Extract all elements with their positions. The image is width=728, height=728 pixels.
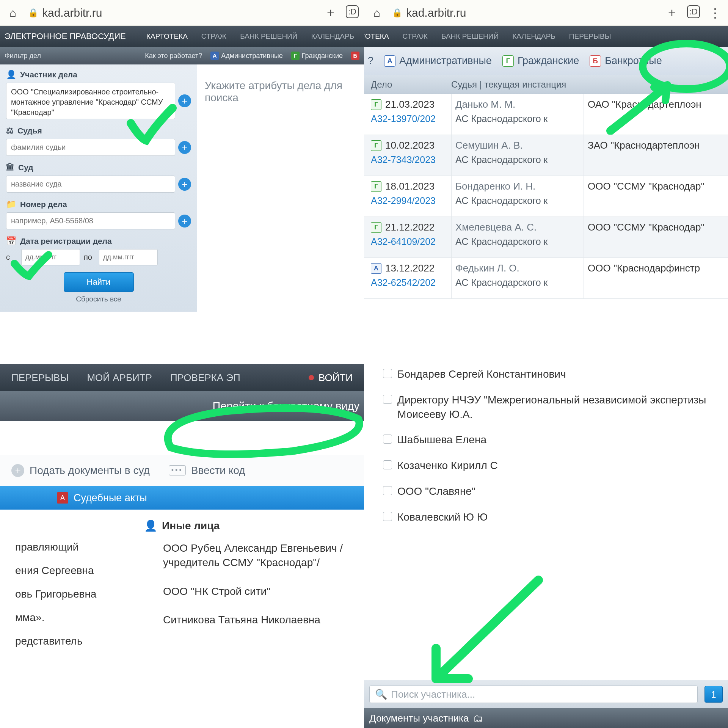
add-participant-button[interactable]: + [178,94,191,107]
home-icon[interactable]: ⌂ [369,5,384,20]
filter-sidebar: 👤Участник дела ООО "Специализированное с… [0,64,197,312]
tab-kartoteka[interactable]: ТОТЕКА [364,32,389,41]
participant-search-input[interactable]: 🔍Поиск участника... [369,686,698,703]
search-row: 🔍Поиск участника... 1 [364,680,728,708]
list-item[interactable]: ООО "НК Строй сити" [163,584,349,599]
table-row[interactable]: Г18.01.2023А32-2994/2023Бондаренко И. Н.… [364,176,728,217]
add-judge-button[interactable]: + [178,141,191,154]
tab-bank[interactable]: БАНК РЕШЕНИЙ [240,32,297,41]
tab-perer[interactable]: ПЕРЕРЫВЫ [11,372,69,384]
participant-docs-bar: Документы участника🗂 [364,708,728,728]
tab-check-ep[interactable]: ПРОВЕРКА ЭП [170,372,240,384]
tabs-icon[interactable]: :D [687,5,700,18]
participant-checkbox-item[interactable]: Ковалевский Ю Ю [383,510,724,524]
type-filter-bar: ? ААдминистративные ГГражданские ББанкро… [364,47,728,75]
filter-bankrupt[interactable]: ББанкротные [590,55,662,67]
table-row[interactable]: А13.12.2022А32-62542/202Федькин Л. О.АС … [364,258,728,299]
how-link[interactable]: ? [368,55,373,67]
table-row[interactable]: Г21.03.2023А32-13970/202Данько М. М.АС К… [364,94,728,135]
add-court-button[interactable]: + [178,178,191,191]
reset-link[interactable]: Сбросить все [6,295,191,303]
how-link[interactable]: Как это работает? [145,52,202,60]
participant-checkbox-item[interactable]: Директору НЧЭУ "Межрегиональный независи… [383,393,724,422]
others-heading: Иные лица [162,520,220,532]
checkbox-icon[interactable] [383,395,392,404]
login-button[interactable]: ВОЙТИ [309,372,353,384]
tab-strazh[interactable]: СТРАЖ [201,32,226,41]
filter-civil[interactable]: ГГражданские [502,55,579,67]
judge-input[interactable] [6,139,175,156]
list-item: овь Григорьевна [15,588,140,600]
court-icon: 🏛 [6,163,14,173]
checkbox-icon[interactable] [383,486,392,495]
checkbox-icon[interactable] [383,512,392,521]
cat-bank[interactable]: Б [351,52,359,60]
tab-bank[interactable]: БАНК РЕШЕНИЙ [441,32,499,41]
tab-perer[interactable]: ПЕРЕРЫВЫ [569,32,611,41]
bankruptcy-view-bar: Перейти к банкротному виду [0,391,364,421]
enter-code-button[interactable]: •••Ввести код [169,464,245,477]
lock-icon: 🔒 [28,8,38,18]
cat-admin[interactable]: ААдминистративные [210,52,283,60]
case-input[interactable] [6,212,175,229]
participants-list: Бондарев Сергей КонстантиновичДиректору … [364,364,728,524]
participant-checkbox-item[interactable]: Козаченко Кирилл С [383,458,724,473]
filter-label: Фильтр дел [5,52,41,60]
date-to-input[interactable] [99,249,158,265]
checkbox-icon[interactable] [383,435,392,444]
case-label: Номер дела [20,200,67,209]
participant-label: Участник дела [20,70,77,79]
annotation-arrow [406,573,550,694]
participant-checkbox-item[interactable]: Шабышева Елена [383,433,724,447]
filter-admin[interactable]: ААдминистративные [384,55,492,67]
tab-strazh[interactable]: СТРАЖ [403,32,428,41]
court-input[interactable] [6,176,175,193]
table-row[interactable]: Г21.12.2022А32-64109/202Хмелевцева А. С.… [364,217,728,258]
participant-checkbox-item[interactable]: ООО "Славяне" [383,484,724,499]
tab-calendar[interactable]: КАЛЕНДАРЬ [512,32,555,41]
plus-icon: + [11,464,24,477]
gavel-icon: ⚖ [6,126,14,136]
top-nav: ЭЛЕКТРОННОЕ ПРАВОСУДИЕ КАРТОТЕКА СТРАЖ Б… [0,26,364,47]
browser-chrome: ⌂ 🔒kad.arbitr.ru + :D [0,0,364,26]
date-from-input[interactable] [21,249,80,265]
new-tab-icon[interactable]: + [323,5,338,20]
add-case-button[interactable]: + [178,215,191,228]
cat-civil[interactable]: ГГражданские [291,52,343,60]
submit-docs-button[interactable]: +Подать документы в суд [11,464,150,477]
search-button[interactable]: Найти [64,272,134,292]
new-tab-icon[interactable]: + [664,5,679,20]
person-icon: 👤 [144,519,157,532]
address-bar[interactable]: 🔒kad.arbitr.ru [28,6,102,19]
list-item[interactable]: Ситникова Татьяна Николаевна [163,613,349,627]
court-label: Суд [18,163,33,172]
tab-calendar[interactable]: КАЛЕНДАРЬ [311,32,354,41]
browser-chrome: ⌂ 🔒kad.arbitr.ru + :D ⋮ [364,0,728,26]
menu-icon[interactable]: ⋮ [708,5,723,20]
participant-input[interactable]: ООО "Специализированное строительно-монт… [6,83,175,119]
judge-label: Судья [17,126,42,135]
tab-acts[interactable]: Судебные акты [74,492,147,504]
docs-tabs: A Судебные акты [0,486,364,510]
folder-icon: 🗂 [473,712,483,724]
bankruptcy-view-link[interactable]: Перейти к банкротному виду [213,400,359,413]
participant-checkbox-item[interactable]: Бондарев Сергей Константинович [383,367,724,381]
home-icon[interactable]: ⌂ [5,5,20,20]
status-dot-icon [309,375,314,380]
top-nav: ТОТЕКА СТРАЖ БАНК РЕШЕНИЙ КАЛЕНДАРЬ ПЕРЕ… [364,26,728,47]
tab-kartoteka[interactable]: КАРТОТЕКА [146,32,188,41]
checkbox-icon[interactable] [383,369,392,378]
sub-nav: Фильтр дел Как это работает? ААдминистра… [0,47,364,64]
tabs-icon[interactable]: :D [346,5,359,18]
pdf-icon: A [57,492,68,504]
person-icon: 👤 [6,70,16,80]
list-item: правляющий [15,541,140,553]
tab-my-arbitr[interactable]: МОЙ АРБИТР [87,372,152,384]
list-item[interactable]: ООО Рубец Александр Евгеньевич /учредите… [163,541,349,570]
table-header: Дело Судья | текущая инстанция [364,75,728,94]
address-bar[interactable]: 🔒kad.arbitr.ru [392,6,466,19]
table-row[interactable]: Г10.02.2023А32-7343/2023Семушин А. В.АС … [364,135,728,176]
checkbox-icon[interactable] [383,460,392,469]
page-button-1[interactable]: 1 [704,686,723,703]
main-hint: Укажите атрибуты дела для поиска [197,64,364,312]
